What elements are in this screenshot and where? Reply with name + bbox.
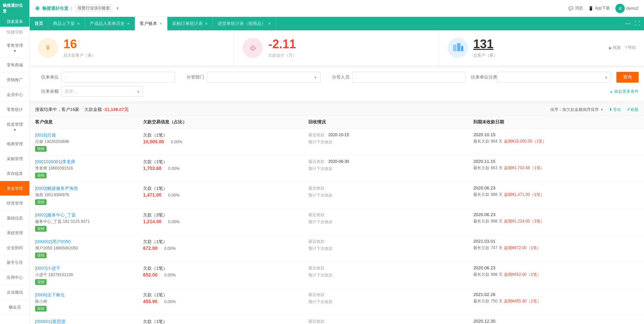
sidebar-item-wholesale[interactable]: 批发管理 ▾ (0, 117, 29, 137)
sidebar-item-purchase[interactable]: 采购管理 (0, 151, 29, 166)
balance-select[interactable]: 选择... (61, 86, 143, 97)
debt-amount: 10,000.00 (143, 139, 164, 144)
sidebar-item-basic[interactable]: 基础信息 (0, 211, 29, 226)
due-date-cell: 2021.02.26 最长欠款 750 天 超期¥455.90（1笔） (473, 292, 639, 304)
stat-card-2-content: -2.11 欠款合计（万） (268, 37, 297, 58)
help-icon: ? (625, 46, 627, 50)
sidebar-item-retail-mall[interactable]: 零售商城 (0, 58, 29, 72)
table-header: 客户信息 欠款交易信息（占比） 回收情况 到期未收款日期 (30, 116, 644, 129)
sidebar-item-finance[interactable]: 资金管理 (0, 181, 29, 196)
table-row: [0002]服务中心_丁磊 服务中心_丁磊 181 0125 8371 现销 欠… (30, 209, 644, 235)
debt-cell: 10,000.00 0.00% (143, 138, 308, 144)
tab-purchase-stats[interactable]: 进货单统计表（按商品） ✕ (213, 17, 276, 30)
sidebar-item-guide[interactable]: 新手引导 (0, 255, 29, 270)
customer-info-cell: [000002]用户2050 用户2050 18665062050 现销 (35, 239, 143, 258)
tabbar-minimize-icon[interactable]: — (624, 19, 632, 28)
customer-tag: 现销 (35, 306, 47, 312)
tab-close-purchase-order[interactable]: ✕ (205, 22, 208, 26)
sidebar-item-vip[interactable]: 畅会员 (0, 300, 29, 315)
tab-close-customer-account[interactable]: ✕ (159, 22, 162, 26)
video-action[interactable]: ▶ 视频 (609, 45, 621, 51)
tab-purchase-order[interactable]: 采购订单统计表 ✕ (167, 17, 213, 30)
department-select[interactable] (207, 72, 320, 83)
overdue-link[interactable]: 超期¥455.90（1笔） (504, 299, 541, 303)
customer-name-link[interactable]: [0001020001]李老师 (35, 159, 143, 165)
sort-dropdown[interactable] (600, 107, 604, 112)
supplier-input[interactable]: ··· (61, 72, 175, 83)
sidebar-item-app[interactable]: 应用中心 (0, 270, 29, 285)
customer-name-link[interactable]: [0006]去下粮仓 (35, 292, 143, 298)
sidebar-item-member[interactable]: 会员中心 (0, 87, 29, 102)
sort-control: 排序：按欠款金额倒序排序 (550, 107, 604, 113)
sidebar-item-marketing[interactable]: 营销推广 (0, 72, 29, 87)
customer-name-link[interactable]: [0007]小进干 (35, 265, 143, 271)
stats-row: ¥ 16 总欠款客户（家） ◇ (30, 30, 644, 65)
user-action[interactable]: d demo2 (615, 4, 639, 13)
debt-count: 欠款（1笔） (143, 319, 308, 324)
sidebar-item-enterprise-wx[interactable]: 企业微信 (0, 285, 29, 300)
sidebar-item-system[interactable]: 系统管理 (0, 226, 29, 240)
customer-name-link[interactable]: [0016]吕俊 (35, 132, 143, 138)
tab-products[interactable]: 商品上下架 ✕ (48, 17, 85, 30)
next-collection: 预计下次收款 (308, 299, 474, 305)
overdue-link[interactable]: 超期¥1,214.00（3笔） (504, 219, 544, 224)
sidebar-search[interactable]: 搜索菜单 (0, 17, 29, 27)
sidebar-item-business[interactable]: 经营管理 (0, 196, 29, 211)
overdue-link[interactable]: 超期¥672.00（1笔） (504, 245, 541, 250)
overdue-link[interactable]: 超期¥1,703.68（1笔） (504, 166, 544, 170)
customer-tag: 现销 (35, 146, 47, 152)
category-select[interactable] (497, 72, 611, 83)
next-collection: 预计下次收款 (308, 193, 474, 198)
topbar: ⊕ 畅捷通好生意 | 母婴行业演示账套 ▼ 💬 消息 📱 App下载 d dem… (30, 0, 644, 17)
stat-card-1-content: 16 总欠款客户（家） (63, 37, 96, 58)
overdue-link[interactable]: 超期¥652.00（1笔） (504, 272, 541, 277)
debt-percent: 0.00% (168, 193, 180, 198)
sidebar-item-enterprise[interactable]: 企业协同 (0, 240, 29, 255)
debt-amount: 1,214.00 (143, 219, 162, 224)
refresh-button[interactable]: ↺ 刷新 (626, 107, 639, 113)
debt-amount: 455.90 (143, 299, 158, 304)
export-button[interactable]: ⬆ 导出 (609, 107, 621, 113)
due-date-cell: 2021.03.01 最长欠款 747 天 超期¥672.00（1笔） (473, 239, 639, 251)
help-action[interactable]: ? 帮助 (625, 45, 636, 51)
customer-name-link[interactable]: [000002]用户2050 (35, 239, 143, 245)
due-date-cell: 2020.10.15 最长欠款 884 天 超期¥10,000.00（1笔） (473, 132, 639, 144)
tab-close-production[interactable]: ✕ (127, 22, 130, 26)
debt-info-cell: 欠款（1笔） 1,471.00 0.00% (143, 185, 308, 198)
debt-cell: 672.00 0.00% (143, 245, 308, 251)
tab-home[interactable]: 首页 (30, 17, 48, 30)
total-customers-icon (448, 38, 468, 58)
search-button[interactable]: 查询 (616, 72, 639, 83)
col-customer-info: 客户信息 (35, 119, 143, 125)
message-action[interactable]: 💬 消息 (568, 5, 583, 11)
sidebar-item-inventory[interactable]: 库存核算 (0, 166, 29, 181)
overdue-link[interactable]: 超期¥1,471.00（1笔） (504, 192, 544, 197)
overdue-link[interactable]: 超期¥10,000.00（1笔） (504, 139, 547, 144)
company-arrow-icon[interactable]: ▼ (115, 6, 119, 11)
sidebar-item-ecommerce[interactable]: 电商管理 (0, 137, 29, 151)
tab-production[interactable]: 产成品入库单历史 ✕ (85, 17, 135, 30)
tab-close-products[interactable]: ✕ (77, 22, 80, 26)
tabbar-maximize-icon[interactable]: ⛶ (633, 19, 641, 28)
filter-section: 往来单位 ··· 分管部门 (30, 68, 644, 101)
collection-cell: 最近收款 预计下次收款 (308, 239, 474, 252)
overdue-info: 最长欠款 998 天 超期¥1,214.00（3笔） (473, 218, 639, 224)
tab-close-purchase-stats[interactable]: ✕ (268, 22, 271, 26)
app-download-action[interactable]: 📱 App下载 (588, 5, 610, 11)
collapse-button[interactable]: 收起更多条件 (610, 89, 639, 94)
svg-text:¥: ¥ (46, 44, 50, 51)
sidebar-item-retail-stats[interactable]: 零售统计 (0, 102, 29, 117)
debt-total-icon: ◇ (243, 38, 263, 58)
tab-customer-account[interactable]: 客户账本 ✕ (135, 17, 167, 30)
debt-cell: 455.90 0.00% (143, 298, 308, 304)
next-collection: 预计下次收款 (308, 139, 474, 145)
table-row: [000001]黄思源 黄思源 13552700226 现销 欠款（1笔） 42… (30, 315, 644, 324)
customer-name-link[interactable]: [000001]黄思源 (35, 319, 143, 324)
debt-percent: 0.00% (164, 246, 176, 251)
sidebar-item-retail-mgmt[interactable]: 零售管理 ▾ (0, 38, 29, 58)
manager-input[interactable]: ··· (352, 72, 466, 83)
collection-cell: 最近收款 2020-06-30 预计下次收款 (308, 159, 474, 172)
customer-name-link[interactable]: [0003]畅捷服务尹海燕 (35, 185, 143, 192)
customer-name-link[interactable]: [0002]服务中心_丁磊 (35, 212, 143, 218)
filter-balance: 往来余额 选择... (35, 86, 143, 97)
